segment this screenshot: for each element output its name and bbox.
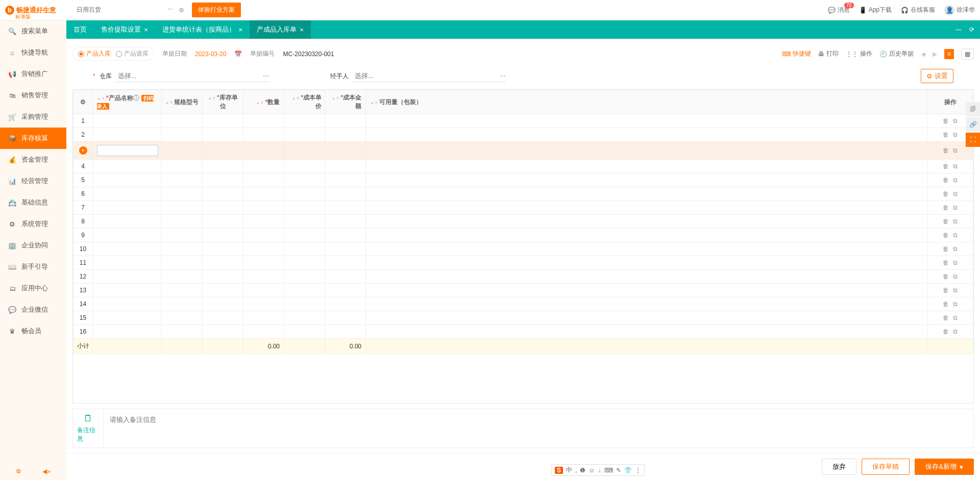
delete-icon[interactable]: 🗑 bbox=[943, 245, 949, 252]
copy-icon[interactable]: ⧉ bbox=[953, 273, 958, 280]
messages-link[interactable]: 💬 消息 70 bbox=[828, 6, 850, 14]
table-row[interactable]: 5🗑⧉ bbox=[74, 173, 973, 187]
sidebar-item-12[interactable]: 🗂应用中心 bbox=[0, 277, 66, 299]
table-row[interactable]: 15🗑⧉ bbox=[74, 311, 973, 325]
warehouse-more-icon[interactable]: ⋯ bbox=[263, 72, 269, 80]
rail-expand-icon[interactable]: ⛶ bbox=[966, 133, 980, 147]
product-name-input[interactable] bbox=[97, 145, 158, 156]
sort-icon[interactable]: ▲▼ bbox=[165, 102, 174, 105]
sidebar-item-10[interactable]: 🏢企业协同 bbox=[0, 235, 66, 256]
service-link[interactable]: 🎧 在线客服 bbox=[901, 6, 935, 14]
help-icon[interactable]: ⓘ bbox=[133, 94, 139, 102]
sidebar-item-4[interactable]: 🛒采购管理 bbox=[0, 106, 66, 128]
table-row[interactable]: 7🗑⧉ bbox=[74, 201, 973, 215]
sidebar-item-1[interactable]: ⌂快捷导航 bbox=[0, 42, 66, 63]
ime-item[interactable]: ☺ bbox=[589, 467, 595, 474]
date-value[interactable]: 2023-03-20 bbox=[195, 50, 226, 58]
table-row[interactable]: 6🗑⧉ bbox=[74, 187, 973, 201]
delete-icon[interactable]: 🗑 bbox=[943, 259, 949, 266]
tab-1[interactable]: 售价提取设置✕ bbox=[94, 20, 155, 39]
sidebar-item-7[interactable]: 📊经营管理 bbox=[0, 170, 66, 192]
sidebar-item-8[interactable]: 📇基础信息 bbox=[0, 192, 66, 213]
table-row[interactable]: 11🗑⧉ bbox=[74, 256, 973, 270]
save-new-button[interactable]: 保存&新增▾ bbox=[915, 459, 974, 475]
delete-icon[interactable]: 🗑 bbox=[943, 328, 949, 335]
category-select[interactable]: 日用百货 ﹀ bbox=[77, 6, 174, 14]
ime-item[interactable]: , bbox=[575, 467, 577, 474]
table-row[interactable]: 9🗑⧉ bbox=[74, 229, 973, 242]
sidebar-item-5[interactable]: 📦库存核算 bbox=[0, 128, 66, 149]
copy-icon[interactable]: ⧉ bbox=[953, 218, 958, 225]
close-icon[interactable]: ✕ bbox=[144, 27, 148, 33]
add-row-button[interactable]: + bbox=[79, 146, 87, 155]
warehouse-input[interactable] bbox=[116, 70, 269, 82]
copy-icon[interactable]: ⧉ bbox=[953, 287, 958, 294]
copy-icon[interactable]: ⧉ bbox=[953, 300, 958, 308]
rail-link-icon[interactable]: 🔗 bbox=[966, 117, 980, 132]
ime-item[interactable]: ↓ bbox=[598, 467, 601, 474]
sidebar-item-14[interactable]: ♛畅会员 bbox=[0, 320, 66, 342]
delete-icon[interactable]: 🗑 bbox=[943, 117, 949, 124]
table-row[interactable]: 12🗑⧉ bbox=[74, 270, 973, 284]
delete-icon[interactable]: 🗑 bbox=[943, 147, 949, 154]
tab-2[interactable]: 进货单统计表（按商品）✕ bbox=[155, 20, 250, 39]
view-list-icon[interactable]: ≡ bbox=[944, 49, 954, 59]
calendar-icon[interactable]: 📅 bbox=[234, 50, 242, 58]
delete-icon[interactable]: 🗑 bbox=[943, 176, 949, 184]
radio-product-out[interactable]: 产品退库 bbox=[116, 49, 149, 58]
tab-close-all[interactable]: ⟳ bbox=[966, 23, 978, 36]
copy-icon[interactable]: ⧉ bbox=[953, 190, 958, 197]
handler-more-icon[interactable]: ⋯ bbox=[500, 72, 506, 80]
table-row[interactable]: 13🗑⧉ bbox=[74, 284, 973, 297]
delete-icon[interactable]: 🗑 bbox=[943, 190, 949, 197]
footer-gear-icon[interactable]: ⚙ bbox=[16, 468, 21, 475]
sidebar-item-13[interactable]: 💬企业微信 bbox=[0, 299, 66, 320]
sort-icon[interactable]: ▲▼ bbox=[291, 97, 300, 100]
sidebar-item-9[interactable]: ⚙系统管理 bbox=[0, 213, 66, 235]
delete-icon[interactable]: 🗑 bbox=[943, 204, 949, 211]
table-row[interactable]: 1🗑⧉ bbox=[74, 114, 973, 128]
close-icon[interactable]: ✕ bbox=[300, 27, 304, 33]
ime-toolbar[interactable]: S中,❶☺↓⌨✎👕⋮ bbox=[551, 464, 645, 476]
copy-icon[interactable]: ⧉ bbox=[953, 245, 958, 252]
tab-0[interactable]: 首页 bbox=[66, 20, 94, 39]
sort-icon[interactable]: ▲▼ bbox=[256, 102, 264, 105]
footer-collapse-icon[interactable]: ◀» bbox=[42, 468, 51, 475]
copy-icon[interactable]: ⧉ bbox=[953, 204, 958, 211]
delete-icon[interactable]: 🗑 bbox=[943, 218, 949, 225]
sidebar-item-3[interactable]: 🛍销售管理 bbox=[0, 85, 66, 106]
table-row[interactable]: 8🗑⧉ bbox=[74, 215, 973, 229]
copy-icon[interactable]: ⧉ bbox=[953, 314, 958, 321]
tab-minimize[interactable]: — bbox=[952, 23, 965, 36]
delete-icon[interactable]: 🗑 bbox=[943, 287, 949, 294]
ime-item[interactable]: 👕 bbox=[624, 467, 632, 474]
sort-icon[interactable]: ▲▼ bbox=[208, 97, 216, 100]
view-grid-icon[interactable]: ▦ bbox=[961, 48, 974, 60]
ime-item[interactable]: ⌨ bbox=[604, 467, 613, 474]
history-button[interactable]: 🕘历史单据 bbox=[879, 49, 914, 58]
sidebar-item-11[interactable]: 📖新手引导 bbox=[0, 256, 66, 277]
ime-item[interactable]: ✎ bbox=[616, 467, 621, 474]
copy-icon[interactable]: ⧉ bbox=[953, 328, 958, 335]
copy-icon[interactable]: ⧉ bbox=[953, 147, 958, 154]
radio-product-in[interactable]: 产品入库 bbox=[78, 49, 111, 58]
table-row[interactable]: 16🗑⧉ bbox=[74, 325, 973, 339]
user-menu[interactable]: 👤 徐泽华 bbox=[944, 5, 975, 15]
nav-prev[interactable]: ◀ bbox=[921, 50, 925, 58]
delete-icon[interactable]: 🗑 bbox=[943, 163, 949, 170]
table-row[interactable]: 2🗑⧉ bbox=[74, 128, 973, 142]
discard-button[interactable]: 放弃 bbox=[822, 459, 856, 475]
delete-icon[interactable]: 🗑 bbox=[943, 232, 949, 239]
copy-icon[interactable]: ⧉ bbox=[953, 176, 958, 184]
sort-icon[interactable]: ▲▼ bbox=[97, 97, 105, 100]
sort-icon[interactable]: ▲▼ bbox=[331, 97, 339, 100]
sidebar-item-2[interactable]: 📢营销推广 bbox=[0, 63, 66, 85]
table-settings-icon[interactable]: ⚙ bbox=[80, 98, 86, 106]
nav-next[interactable]: ▶ bbox=[933, 50, 937, 58]
gear-icon[interactable]: ⚙ bbox=[179, 7, 184, 14]
rail-note-icon[interactable]: 🗐 bbox=[966, 102, 980, 116]
remark-input[interactable] bbox=[104, 409, 973, 447]
sort-icon[interactable]: ▲▼ bbox=[370, 102, 378, 105]
ime-item[interactable]: ❶ bbox=[580, 467, 585, 474]
ime-item[interactable]: ⋮ bbox=[635, 467, 641, 474]
